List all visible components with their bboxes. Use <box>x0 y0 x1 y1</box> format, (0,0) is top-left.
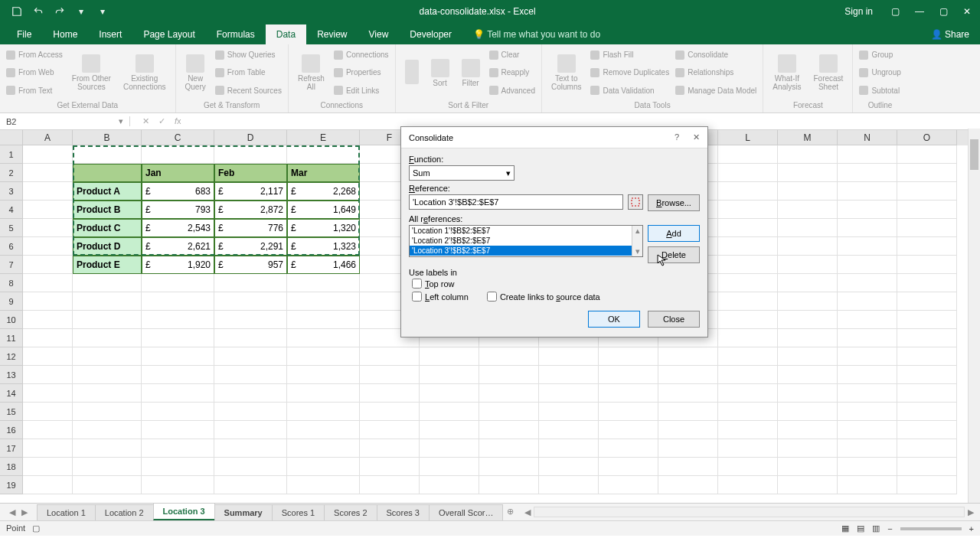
cell[interactable] <box>420 439 479 458</box>
advanced-button[interactable]: Advanced <box>488 85 537 96</box>
cell[interactable] <box>778 458 838 476</box>
cell[interactable] <box>658 421 718 439</box>
cell[interactable] <box>420 384 479 403</box>
cell[interactable] <box>479 458 539 476</box>
tab-data[interactable]: Data <box>266 24 306 44</box>
cell[interactable] <box>142 366 214 384</box>
cell[interactable] <box>214 292 287 311</box>
cell[interactable] <box>23 403 73 421</box>
cell[interactable] <box>658 458 718 476</box>
cell[interactable] <box>599 476 658 494</box>
tell-me-input[interactable]: 💡 Tell me what you want to do <box>462 24 920 44</box>
cell[interactable] <box>778 366 838 384</box>
row-header[interactable]: 4 <box>0 201 23 219</box>
cell[interactable] <box>142 476 214 494</box>
cell[interactable]: Product D <box>73 237 142 256</box>
col-header[interactable]: B <box>73 130 142 145</box>
cell[interactable] <box>838 311 897 329</box>
cell[interactable] <box>479 403 539 421</box>
row-header[interactable]: 7 <box>0 256 23 274</box>
cell[interactable] <box>539 347 599 366</box>
show-queries-button[interactable]: Show Queries <box>214 50 283 60</box>
tab-formulas[interactable]: Formulas <box>206 24 266 44</box>
dialog-help-icon[interactable]: ? <box>675 132 679 142</box>
row-header[interactable]: 3 <box>0 182 23 201</box>
cell[interactable] <box>360 347 420 366</box>
sheet-tab[interactable]: Location 3 <box>153 503 215 520</box>
col-header[interactable]: L <box>718 130 778 145</box>
cell[interactable] <box>838 145 897 164</box>
cell[interactable] <box>142 347 214 366</box>
cell[interactable] <box>897 201 957 219</box>
subtotal-button[interactable]: Subtotal <box>858 85 902 96</box>
cell[interactable] <box>214 347 287 366</box>
cell[interactable] <box>838 347 897 366</box>
view-page-layout-icon[interactable]: ▤ <box>857 523 864 533</box>
cell[interactable] <box>539 366 599 384</box>
row-header[interactable]: 9 <box>0 292 23 311</box>
cell[interactable] <box>142 421 214 439</box>
cell[interactable] <box>718 403 778 421</box>
cell[interactable] <box>287 292 360 311</box>
top-row-checkbox[interactable] <box>412 279 422 289</box>
cell[interactable] <box>420 458 479 476</box>
refresh-all-button[interactable]: Refresh All <box>293 46 329 99</box>
cell[interactable] <box>479 439 539 458</box>
cell[interactable] <box>214 274 287 292</box>
connections-button[interactable]: Connections <box>332 50 390 60</box>
cell[interactable] <box>658 347 718 366</box>
row-header[interactable]: 19 <box>0 476 23 494</box>
cell[interactable] <box>23 476 73 494</box>
cell[interactable]: Mar <box>287 164 360 182</box>
cell[interactable] <box>287 384 360 403</box>
function-select[interactable]: Sum▾ <box>409 165 514 181</box>
sort-button[interactable]: Sort <box>426 46 454 99</box>
cell[interactable] <box>599 366 658 384</box>
cell[interactable] <box>838 164 897 182</box>
macro-record-icon[interactable]: ▢ <box>32 523 40 533</box>
cell[interactable] <box>897 182 957 201</box>
ok-button[interactable]: OK <box>588 311 640 328</box>
consolidate-button[interactable]: Consolidate <box>674 50 758 60</box>
cell[interactable] <box>287 311 360 329</box>
cell[interactable]: Product A <box>73 182 142 201</box>
cell[interactable] <box>718 292 778 311</box>
manage-data-model-button[interactable]: Manage Data Model <box>674 85 758 96</box>
cell[interactable] <box>718 311 778 329</box>
close-button[interactable]: Close <box>648 311 700 328</box>
relationships-button[interactable]: Relationships <box>674 67 758 78</box>
view-page-break-icon[interactable]: ▥ <box>872 523 880 533</box>
cell[interactable] <box>23 347 73 366</box>
row-header[interactable]: 8 <box>0 274 23 292</box>
cell[interactable] <box>778 476 838 494</box>
cell[interactable] <box>897 219 957 237</box>
cell[interactable] <box>23 292 73 311</box>
cell[interactable] <box>658 366 718 384</box>
horizontal-scrollbar[interactable]: ◀ ▶ <box>518 504 980 520</box>
range-picker-icon[interactable] <box>628 194 643 210</box>
cell[interactable] <box>420 421 479 439</box>
cell[interactable] <box>838 182 897 201</box>
cell[interactable] <box>718 201 778 219</box>
cell[interactable] <box>420 476 479 494</box>
row-header[interactable]: 12 <box>0 347 23 366</box>
cell[interactable]: £1,323 <box>287 237 360 256</box>
cell[interactable] <box>420 403 479 421</box>
cell[interactable] <box>23 384 73 403</box>
cell[interactable] <box>897 311 957 329</box>
cell[interactable] <box>142 274 214 292</box>
cell[interactable] <box>897 476 957 494</box>
sheet-tab[interactable]: Scores 2 <box>324 504 377 520</box>
touch-mode-icon[interactable]: ▾ <box>74 4 89 19</box>
cell[interactable] <box>539 439 599 458</box>
cell[interactable] <box>778 201 838 219</box>
cell[interactable] <box>838 219 897 237</box>
cell[interactable] <box>73 145 142 164</box>
cell[interactable] <box>838 458 897 476</box>
cell[interactable] <box>73 366 142 384</box>
cell[interactable] <box>718 237 778 256</box>
row-header[interactable]: 17 <box>0 439 23 458</box>
cell[interactable] <box>599 403 658 421</box>
filter-button[interactable]: Filter <box>457 46 485 99</box>
cell[interactable]: £1,649 <box>287 201 360 219</box>
